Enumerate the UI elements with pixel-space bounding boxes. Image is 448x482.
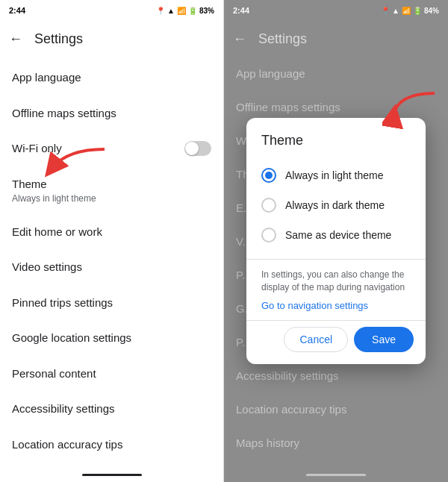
left-top-bar: ← Settings bbox=[0, 21, 223, 57]
modal-option-dark[interactable]: Always in dark theme bbox=[246, 190, 426, 220]
settings-item-personal-content[interactable]: Personal content bbox=[0, 356, 223, 392]
modal-nav-link[interactable]: Go to navigation settings bbox=[246, 297, 426, 320]
settings-item-edit-home-work[interactable]: Edit home or work bbox=[0, 214, 223, 250]
radio-light-inner bbox=[265, 172, 273, 179]
left-status-time: 2:44 bbox=[9, 6, 25, 15]
modal-option-device-label: Same as device theme bbox=[285, 229, 391, 241]
settings-item-location-accuracy[interactable]: Location accuracy tips bbox=[0, 427, 223, 463]
settings-item-google-location[interactable]: Google location settings bbox=[0, 320, 223, 356]
settings-item-maps-history[interactable]: Maps history bbox=[0, 462, 223, 467]
left-status-icons: 📍 ▲ 📶 🔋 83% bbox=[156, 7, 214, 15]
modal-option-light-label: Always in light theme bbox=[285, 169, 384, 181]
settings-item-offline-maps[interactable]: Offline maps settings bbox=[0, 96, 223, 131]
left-bottom-indicator bbox=[0, 467, 223, 482]
radio-device[interactable] bbox=[261, 228, 276, 242]
settings-item-video-settings[interactable]: Video settings bbox=[0, 249, 223, 285]
wifi-toggle[interactable] bbox=[184, 141, 211, 156]
left-settings-list: App language Offline maps settings Wi-Fi… bbox=[0, 57, 223, 467]
save-button[interactable]: Save bbox=[354, 327, 414, 352]
modal-overlay: Theme Always in light theme Always in da… bbox=[224, 0, 448, 482]
right-phone-panel: 2:44 📍 ▲ 📶 🔋 84% ← Settings App language bbox=[224, 0, 448, 482]
modal-title: Theme bbox=[246, 133, 426, 160]
settings-item-theme[interactable]: Theme Always in light theme bbox=[0, 166, 223, 214]
modal-option-light[interactable]: Always in light theme bbox=[246, 160, 426, 190]
settings-item-accessibility[interactable]: Accessibility settings bbox=[0, 391, 223, 427]
cancel-button[interactable]: Cancel bbox=[284, 327, 348, 352]
radio-light[interactable] bbox=[261, 168, 276, 183]
modal-option-dark-label: Always in dark theme bbox=[285, 199, 385, 211]
left-page-title: Settings bbox=[34, 31, 83, 47]
settings-item-wifi-only[interactable]: Wi-Fi only bbox=[0, 131, 223, 166]
modal-option-device[interactable]: Same as device theme bbox=[246, 220, 426, 250]
left-phone-panel: 2:44 📍 ▲ 📶 🔋 83% ← Settings App language… bbox=[0, 0, 224, 482]
radio-dark[interactable] bbox=[261, 198, 276, 213]
settings-item-pinned-trips[interactable]: Pinned trips settings bbox=[0, 285, 223, 321]
theme-modal: Theme Always in light theme Always in da… bbox=[246, 118, 426, 364]
toggle-knob bbox=[185, 142, 199, 155]
modal-info-text: In settings, you can also change the dis… bbox=[246, 260, 426, 297]
modal-actions: Cancel Save bbox=[246, 320, 426, 364]
settings-item-app-language[interactable]: App language bbox=[0, 60, 223, 96]
left-back-button[interactable]: ← bbox=[9, 31, 22, 47]
left-status-bar: 2:44 📍 ▲ 📶 🔋 83% bbox=[0, 0, 223, 21]
home-indicator-bar bbox=[82, 474, 142, 476]
